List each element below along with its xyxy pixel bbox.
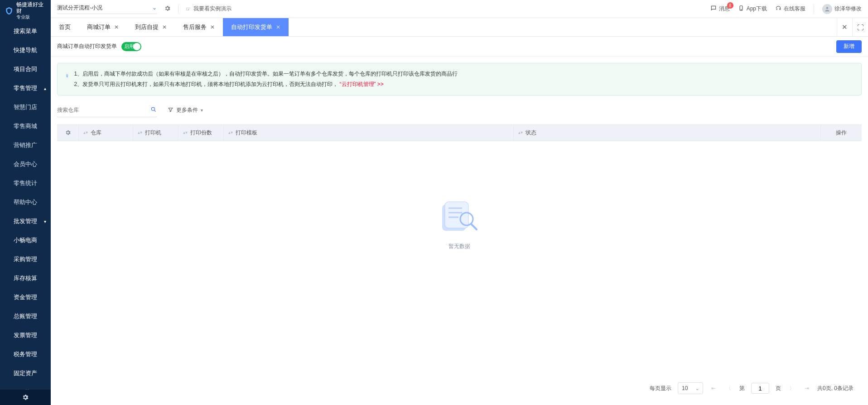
more-filters-button[interactable]: 更多条件 ▾ — [168, 106, 203, 114]
fullscreen-button[interactable]: ⛶ — [853, 18, 868, 36]
close-icon[interactable]: ✕ — [276, 24, 280, 30]
warehouse-search-input[interactable] — [57, 107, 150, 113]
sidebar-item-label: 零售统计 — [14, 179, 37, 187]
sidebar-item-3[interactable]: 零售管理▴ — [0, 79, 51, 98]
brand-name: 畅捷通好业财 — [16, 1, 46, 14]
sidebar-settings[interactable] — [0, 390, 51, 405]
sort-icon[interactable]: ▴▾ — [83, 131, 88, 134]
headset-icon — [775, 5, 781, 13]
sidebar-item-6[interactable]: 营销推广 — [0, 136, 51, 155]
bulb-icon: ♀ — [65, 70, 70, 90]
svg-point-2 — [826, 7, 829, 9]
sidebar-item-15[interactable]: 总账管理 — [0, 307, 51, 326]
sidebar-item-5[interactable]: 零售商城 — [0, 117, 51, 136]
col-template[interactable]: ▴▾打印模板 — [224, 125, 514, 141]
sidebar-item-12[interactable]: 采购管理 — [0, 250, 51, 269]
messages-button[interactable]: 消息 8 — [710, 5, 730, 13]
enable-switch[interactable]: 启用 — [121, 42, 141, 51]
tab-4[interactable]: 自动打印发货单✕ — [223, 18, 289, 36]
sidebar-item-17[interactable]: 税务管理 — [0, 345, 51, 364]
first-page-button[interactable]: ⇤ — [709, 385, 718, 391]
sidebar-item-11[interactable]: 小畅电商 — [0, 231, 51, 250]
sort-icon[interactable]: ▴▾ — [518, 131, 523, 134]
chevron-up-icon: ▴ — [44, 86, 46, 91]
sidebar-item-label: 采购管理 — [14, 255, 37, 263]
prev-page-button[interactable]: 〈 — [724, 385, 733, 392]
info-banner: ♀ 1、启用后，商城下单付款成功后（如果有审核是在审核之后），自动打印发货单。如… — [57, 63, 862, 95]
tab-0[interactable]: 首页 — [51, 18, 79, 36]
sidebar-item-label: 营销推广 — [14, 141, 37, 149]
sidebar-item-label: 零售管理 — [14, 84, 37, 92]
sort-icon[interactable]: ▴▾ — [183, 131, 188, 134]
page-prefix: 第 — [739, 385, 745, 392]
user-menu[interactable]: 徐泽华修改 — [822, 4, 862, 14]
tab-2[interactable]: 到店自提✕ — [127, 18, 175, 36]
messages-badge: 8 — [727, 2, 733, 9]
add-button[interactable]: 新增 — [836, 40, 862, 53]
close-icon[interactable]: ✕ — [162, 24, 167, 30]
app-label: App下载 — [747, 5, 767, 13]
sidebar-item-10[interactable]: 批发管理▾ — [0, 212, 51, 231]
sidebar-item-19[interactable]: 工资 — [0, 383, 51, 390]
cloud-printer-link[interactable]: “云打印机管理” >> — [340, 81, 384, 87]
col-warehouse[interactable]: ▴▾仓库 — [79, 125, 133, 141]
gear-icon — [65, 129, 71, 136]
page-input[interactable] — [751, 383, 769, 394]
chevron-down-icon: ⌄ — [695, 386, 699, 391]
page-size-value: 10 — [682, 385, 688, 391]
sidebar-item-0[interactable]: 搜索菜单 — [0, 22, 51, 41]
sidebar-item-label: 固定资产 — [14, 369, 37, 377]
col-printer[interactable]: ▴▾打印机 — [133, 125, 178, 141]
sidebar-item-18[interactable]: 固定资产 — [0, 364, 51, 383]
search-icon[interactable] — [150, 106, 157, 114]
next-page-button[interactable]: 〉 — [787, 385, 796, 392]
col-ops: 操作 — [821, 125, 862, 141]
svg-point-3 — [151, 107, 154, 110]
app-download-button[interactable]: App下载 — [738, 5, 767, 13]
last-page-button[interactable]: ⇥ — [803, 385, 811, 391]
col-status[interactable]: ▴▾状态 — [514, 125, 821, 141]
chat-icon — [710, 5, 717, 13]
sidebar-item-7[interactable]: 会员中心 — [0, 155, 51, 174]
sidebar-item-14[interactable]: 资金管理 — [0, 288, 51, 307]
warehouse-search[interactable] — [57, 104, 157, 117]
brand-logo: 畅捷通好业财 专业版 — [0, 0, 51, 22]
divider — [178, 5, 178, 13]
sort-icon[interactable]: ▴▾ — [138, 131, 142, 134]
tab-label: 自动打印发货单 — [231, 23, 272, 31]
sidebar-item-label: 批发管理 — [14, 217, 37, 225]
page-toolbar: 商城订单自动打印发货单 启用 新增 — [51, 37, 868, 57]
brand-edition: 专业版 — [16, 14, 46, 20]
demo-link[interactable]: ☞ 我要看实例演示 — [186, 5, 231, 13]
sort-icon[interactable]: ▴▾ — [228, 131, 233, 134]
sidebar-item-9[interactable]: 帮助中心 — [0, 193, 51, 212]
close-icon[interactable]: ✕ — [210, 24, 215, 30]
col-copies[interactable]: ▴▾打印份数 — [178, 125, 224, 141]
sidebar-item-label: 会员中心 — [14, 160, 37, 168]
sidebar-item-label: 总账管理 — [14, 312, 37, 320]
close-all-tabs-button[interactable]: ✕ — [837, 18, 853, 36]
sidebar-item-label: 快捷导航 — [14, 46, 37, 54]
sidebar-item-1[interactable]: 快捷导航 — [0, 41, 51, 60]
more-filters-label: 更多条件 — [176, 106, 198, 114]
sidebar-item-8[interactable]: 零售统计 — [0, 174, 51, 193]
close-icon[interactable]: ✕ — [114, 24, 119, 30]
tab-3[interactable]: 售后服务✕ — [175, 18, 223, 36]
flow-settings-icon[interactable] — [164, 5, 171, 13]
sidebar-item-2[interactable]: 项目合同 — [0, 60, 51, 79]
cs-button[interactable]: 在线客服 — [775, 5, 805, 13]
sidebar-item-16[interactable]: 发票管理 — [0, 326, 51, 345]
flow-name: 测试分开流程-小况 — [57, 4, 102, 12]
switch-text: 启用 — [124, 43, 134, 50]
data-table: ▴▾仓库 ▴▾打印机 ▴▾打印份数 ▴▾打印模板 ▴▾状态 操作 — [57, 124, 862, 378]
user-name: 徐泽华修改 — [834, 5, 862, 13]
tab-1[interactable]: 商城订单✕ — [79, 18, 127, 36]
flow-selector[interactable]: 测试分开流程-小况 ⌄ — [57, 4, 157, 14]
sidebar-item-4[interactable]: 智慧门店 — [0, 98, 51, 117]
page-size-select[interactable]: 10 ⌄ — [678, 382, 703, 394]
table-settings-col[interactable] — [57, 125, 79, 141]
sidebar-item-label: 帮助中心 — [14, 198, 37, 206]
sidebar-item-13[interactable]: 库存核算 — [0, 269, 51, 288]
page-suffix: 页 — [776, 385, 781, 392]
sidebar-item-label: 税务管理 — [14, 350, 37, 358]
